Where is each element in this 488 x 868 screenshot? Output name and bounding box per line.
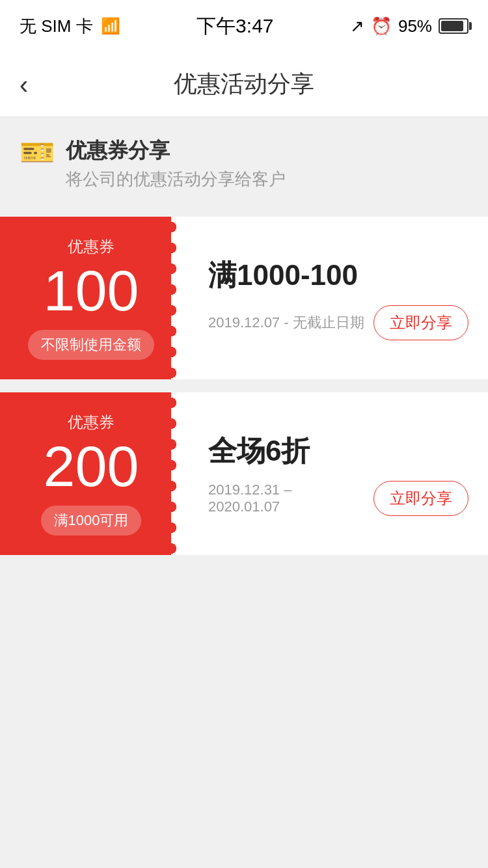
status-time: 下午3:47 <box>197 13 273 40</box>
section-title: 优惠券分享 <box>66 137 286 165</box>
coupon-condition-2: 满1000可用 <box>41 506 142 536</box>
battery-percentage: 95% <box>398 16 432 36</box>
coupon-condition-1: 不限制使用金额 <box>28 330 154 360</box>
coupon-right-1: 满1000-100 2019.12.07 - 无截止日期 立即分享 <box>182 217 488 379</box>
coupon-name-1: 满1000-100 <box>208 256 468 295</box>
coupon-meta-2: 2019.12.31 – 2020.01.07 立即分享 <box>208 481 468 516</box>
status-bar: 无 SIM 卡 📶 下午3:47 ↗ ⏰ 95% <box>0 0 488 52</box>
battery-icon <box>439 18 468 34</box>
coupon-left-2: 优惠券 200 满1000可用 <box>0 392 182 555</box>
nav-bar: ‹ 优惠活动分享 <box>0 52 488 117</box>
alarm-icon: ⏰ <box>371 16 392 36</box>
coupon-list: 优惠券 100 不限制使用金额 满1000-100 2019.12.07 - 无… <box>0 204 488 581</box>
coupon-label-1: 优惠券 <box>68 236 115 257</box>
location-icon: ↗ <box>350 16 364 36</box>
wifi-icon: 📶 <box>101 17 120 35</box>
carrier-text: 无 SIM 卡 <box>20 15 93 38</box>
section-icon: 🎫 <box>20 138 55 167</box>
empty-area <box>0 581 488 868</box>
page-title: 优惠活动分享 <box>174 68 314 100</box>
coupon-meta-1: 2019.12.07 - 无截止日期 立即分享 <box>208 305 468 340</box>
coupon-label-2: 优惠券 <box>68 412 115 433</box>
coupon-right-2: 全场6折 2019.12.31 – 2020.01.07 立即分享 <box>182 392 488 555</box>
coupon-share-button-1[interactable]: 立即分享 <box>373 305 468 340</box>
section-header: 🎫 优惠券分享 将公司的优惠活动分享给客户 <box>0 117 488 204</box>
coupon-name-2: 全场6折 <box>208 432 468 470</box>
coupon-amount-1: 100 <box>44 262 139 319</box>
section-text: 优惠券分享 将公司的优惠活动分享给客户 <box>66 137 286 191</box>
coupon-left-1: 优惠券 100 不限制使用金额 <box>0 217 182 379</box>
coupon-date-2: 2019.12.31 – 2020.01.07 <box>208 481 367 515</box>
coupon-amount-2: 200 <box>44 438 139 495</box>
status-right: ↗ ⏰ 95% <box>350 16 468 36</box>
coupon-card-1: 优惠券 100 不限制使用金额 满1000-100 2019.12.07 - 无… <box>0 217 488 379</box>
status-left: 无 SIM 卡 📶 <box>20 15 120 38</box>
coupon-share-button-2[interactable]: 立即分享 <box>373 481 468 516</box>
coupon-card-2: 优惠券 200 满1000可用 全场6折 2019.12.31 – 2020.0… <box>0 392 488 555</box>
coupon-date-1: 2019.12.07 - 无截止日期 <box>208 313 367 332</box>
section-subtitle: 将公司的优惠活动分享给客户 <box>66 168 286 191</box>
back-button[interactable]: ‹ <box>20 70 28 99</box>
